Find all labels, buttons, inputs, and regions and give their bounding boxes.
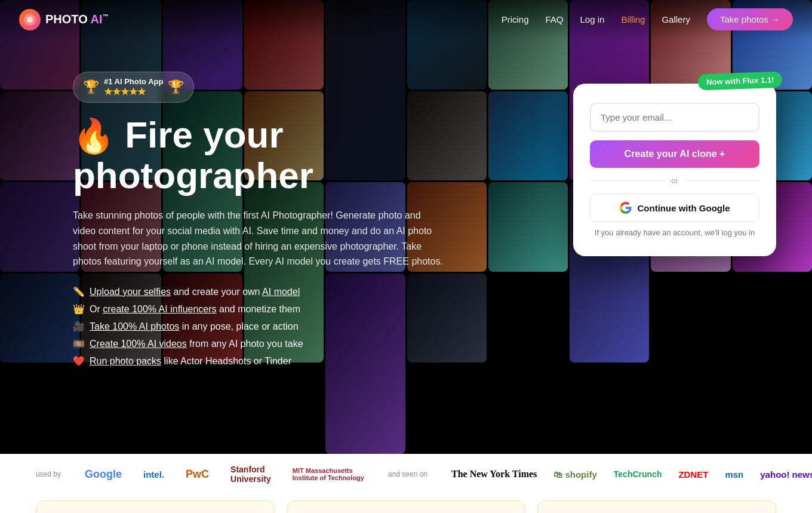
testimonials-section: "Photo AI is making money by by @levelsi…	[0, 494, 812, 513]
bullet-videos: 🎞️ Create 100% AI videos from any AI pho…	[73, 338, 443, 349]
email-input[interactable]	[590, 103, 759, 132]
shopify-brand-logo: 🛍 shopify	[553, 469, 597, 480]
hero-description: Take stunning photos of people with the …	[73, 208, 443, 269]
flux-badge: Now with Flux 1.1!	[697, 72, 782, 91]
google-btn-label: Continue with Google	[638, 203, 730, 213]
signup-card: Now with Flux 1.1! Create your AI clone …	[573, 84, 776, 256]
testimonial-card-3: "Photo AI will be able to	[537, 500, 776, 513]
nyt-brand-logo: The New York Times	[451, 469, 537, 480]
logo-text: PHOTO AI™	[45, 13, 109, 26]
hero-bullets-list: ✏️ Upload your selfies and create your o…	[73, 286, 443, 367]
nav-cta-button[interactable]: Take photos →	[707, 8, 793, 30]
badge-label: #1 AI Photo App ★★★★★	[104, 77, 163, 97]
msn-brand-logo: msn	[725, 469, 743, 480]
stanford-brand-logo: StanfordUniversity	[230, 465, 271, 484]
ai-influencers-link[interactable]: create 100% AI influencers	[103, 304, 216, 314]
hero-left: 🏆 #1 AI Photo App ★★★★★ 🏆 🔥 Fire your ph…	[73, 54, 443, 367]
take-photos-link[interactable]: Take 100% AI photos	[90, 321, 179, 331]
create-videos-link[interactable]: Create 100% AI videos	[90, 339, 187, 349]
login-hint: If you already have an account, we'll lo…	[590, 228, 759, 237]
bullet-upload: ✏️ Upload your selfies and create your o…	[73, 286, 443, 297]
brand-logos-used-by: Google intel. PwC StanfordUniversity MIT…	[85, 465, 364, 484]
yahoo-brand-logo: yahoo! news	[760, 469, 812, 480]
bullet-icon: 🎞️	[73, 338, 85, 349]
or-divider: or	[590, 176, 759, 185]
google-signin-button[interactable]: Continue with Google	[590, 193, 759, 222]
laurel-left-icon: 🏆	[83, 79, 99, 95]
nav-pricing[interactable]: Pricing	[502, 14, 529, 24]
upload-selfies-link[interactable]: Upload your selfies	[90, 287, 171, 297]
brand-logos-seen-on: The New York Times 🛍 shopify TechCrunch …	[451, 469, 812, 480]
svg-point-2	[27, 17, 33, 23]
photo-packs-link[interactable]: Run photo packs	[90, 356, 161, 366]
bullet-icon: 🎥	[73, 321, 85, 332]
testimonial-card-2: "Photo AI can help content	[287, 500, 525, 513]
logo[interactable]: PHOTO AI™	[19, 9, 109, 30]
zdnet-brand-logo: ZDNET	[678, 469, 708, 480]
bullet-photos: 🎥 Take 100% AI photos in any pose, place…	[73, 321, 443, 332]
laurel-right-icon: 🏆	[168, 79, 184, 95]
hero-title: 🔥 Fire your photographer	[73, 115, 443, 196]
navbar: PHOTO AI™ Pricing FAQ Log in Billing Gal…	[0, 0, 812, 39]
intel-brand-logo: intel.	[143, 469, 164, 480]
mit-brand-logo: MIT MassachusettsInstitute of Technology	[293, 467, 364, 481]
bullet-icon: ❤️	[73, 355, 85, 367]
nav-login[interactable]: Log in	[580, 14, 605, 24]
nav-gallery[interactable]: Gallery	[662, 14, 690, 24]
ai-model-link[interactable]: AI model	[262, 287, 300, 297]
logo-icon	[19, 9, 41, 30]
used-by-label: used by	[36, 470, 61, 478]
hero-content: 🏆 #1 AI Photo App ★★★★★ 🏆 🔥 Fire your ph…	[0, 0, 812, 454]
bullet-packs: ❤️ Run photo packs like Actor Headshots …	[73, 355, 443, 367]
bullet-icon: ✏️	[73, 286, 85, 297]
bullet-influencer: 👑 Or create 100% AI influencers and mone…	[73, 303, 443, 315]
techcrunch-brand-logo: TechCrunch	[614, 469, 662, 479]
hero-section: 🏆 #1 AI Photo App ★★★★★ 🏆 🔥 Fire your ph…	[0, 0, 812, 454]
pwc-brand-logo: PwC	[186, 468, 209, 481]
create-clone-button[interactable]: Create your AI clone +	[590, 140, 759, 168]
brand-bar: used by Google intel. PwC StanfordUniver…	[0, 454, 812, 494]
bullet-icon: 👑	[73, 303, 85, 315]
google-brand-logo: Google	[85, 468, 122, 481]
nav-links: Pricing FAQ Log in Billing Gallery Take …	[502, 8, 793, 30]
nav-billing[interactable]: Billing	[621, 14, 645, 24]
seen-on-label: and seen on	[388, 470, 427, 478]
testimonial-card-1: "Photo AI is making money by by @levelsi…	[36, 500, 275, 513]
nav-faq[interactable]: FAQ	[546, 14, 564, 24]
award-badge: 🏆 #1 AI Photo App ★★★★★ 🏆	[73, 72, 443, 103]
google-icon	[620, 202, 632, 214]
